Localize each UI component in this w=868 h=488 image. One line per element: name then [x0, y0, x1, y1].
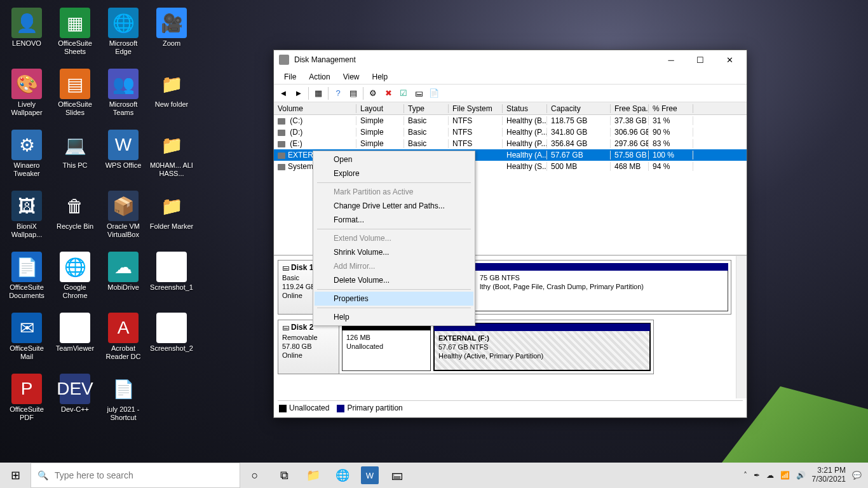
disk-row-disk2[interactable]: 🖴 Disk 2 Removable 57.80 GB Online 126 M…	[278, 320, 654, 374]
col-status[interactable]: Status	[503, 104, 547, 113]
desktop-icon[interactable]: ↔TeamViewer	[51, 310, 99, 371]
titlebar[interactable]: Disk Management ─ ☐ ✕	[274, 50, 747, 69]
toolbar-refresh-icon[interactable]: 📄	[427, 86, 441, 100]
menu-help[interactable]: Help	[366, 71, 395, 83]
start-button[interactable]: ⊞	[0, 463, 31, 488]
forward-button[interactable]: ►	[292, 86, 306, 100]
col-pctfree[interactable]: % Free	[649, 104, 693, 113]
toolbar-drive-icon[interactable]: 🖴	[412, 86, 426, 100]
desktop-icon[interactable]: 🖼Screenshot_2	[147, 310, 196, 371]
search-icon: 🔍	[37, 470, 48, 480]
desktop-icon[interactable]: 🌐Google Chrome	[51, 249, 99, 310]
check-icon[interactable]: ☑	[397, 86, 410, 100]
desktop-icon[interactable]: 📁M0HAM... ALI HASS...	[147, 127, 196, 188]
desktop-icon[interactable]: DEVDev-C++	[51, 371, 99, 432]
desktop-icon[interactable]: ✉OfficeSuite Mail	[3, 310, 51, 371]
col-filesystem[interactable]: File System	[449, 104, 503, 113]
desktop-icon[interactable]: WWPS Office	[99, 127, 147, 188]
icon-label: New folder	[155, 100, 189, 109]
tray-wifi-icon[interactable]: 📶	[780, 471, 790, 480]
tray-chevron-up-icon[interactable]: ˄	[743, 471, 747, 480]
maximize-button[interactable]: ☐	[686, 50, 715, 69]
col-volume[interactable]: Volume	[274, 104, 356, 113]
app-icon: 🖼	[156, 252, 187, 282]
cortana-icon[interactable]: ○	[240, 463, 269, 488]
help-icon[interactable]: ?	[331, 86, 345, 100]
col-layout[interactable]: Layout	[356, 104, 404, 113]
desktop-icon[interactable]: 🖼BioniX Wallpap...	[3, 188, 51, 249]
close-button[interactable]: ✕	[715, 50, 744, 69]
desktop-icon[interactable]: POfficeSuite PDF	[3, 371, 51, 432]
icon-label: BioniX Wallpap...	[4, 222, 50, 239]
context-menu-item[interactable]: Explore	[315, 166, 473, 180]
app-icon: ▦	[60, 8, 90, 38]
context-menu-item[interactable]: Delete Volume...	[315, 273, 473, 287]
desktop-icon[interactable]: 📁New folder	[147, 66, 196, 127]
back-button[interactable]: ◄	[276, 86, 290, 100]
app-icon: 📄	[11, 252, 42, 282]
menu-view[interactable]: View	[337, 71, 366, 83]
desktop-icon[interactable]: 🖼Screenshot_1	[147, 249, 196, 310]
tray-onedrive-icon[interactable]: ☁	[766, 471, 774, 480]
disk2-unallocated[interactable]: 126 MB Unallocated	[342, 323, 431, 371]
desktop-icon[interactable]: 👤LENOVO	[3, 5, 51, 66]
app-icon: ↔	[60, 313, 90, 343]
menu-file[interactable]: File	[278, 71, 302, 83]
desktop-icon[interactable]: 🌐Microsoft Edge	[99, 5, 147, 66]
volume-row[interactable]: (D:)SimpleBasicNTFSHealthy (P...341.80 G…	[274, 126, 747, 138]
taskbar-wps-icon[interactable]: W	[361, 466, 379, 484]
toolbar-list-icon[interactable]: ▤	[346, 86, 360, 100]
drive-icon	[278, 141, 285, 147]
desktop-icon[interactable]: 📦Oracle VM VirtualBox	[99, 188, 147, 249]
desktop-icon[interactable]: ▤OfficeSuite Slides	[51, 66, 99, 127]
minimize-button[interactable]: ─	[656, 50, 686, 69]
volume-row[interactable]: (C:)SimpleBasicNTFSHealthy (B...118.75 G…	[274, 115, 747, 126]
icon-label: TeamViewer	[56, 344, 94, 353]
menu-action[interactable]: Action	[302, 71, 336, 83]
taskbar-explorer-icon[interactable]: 📁	[299, 463, 328, 488]
desktop-icon[interactable]: AAcrobat Reader DC	[99, 310, 147, 371]
taskbar-chrome-icon[interactable]: 🌐	[328, 463, 357, 488]
desktop-icon[interactable]: 🎨Lively Wallpaper	[3, 66, 51, 127]
context-menu-item[interactable]: Help	[315, 310, 473, 324]
legend-swatch-unallocated	[279, 405, 287, 412]
context-menu-item[interactable]: Properties	[315, 292, 473, 306]
desktop-icon[interactable]: 📄july 2021 - Shortcut	[99, 371, 147, 432]
disk-pane-scrollbar[interactable]	[736, 256, 747, 398]
desktop-icon[interactable]: ⚙Winaero Tweaker	[3, 127, 51, 188]
disk2-external-partition[interactable]: EXTERNAL (F:) 57.67 GB NTFS Healthy (Act…	[433, 323, 651, 371]
context-menu-item[interactable]: Format...	[315, 213, 473, 227]
context-menu-item[interactable]: Open	[315, 152, 473, 166]
toolbar-settings-icon[interactable]: ⚙	[366, 86, 380, 100]
tray-volume-icon[interactable]: 🔊	[796, 471, 806, 480]
delete-icon[interactable]: ✖	[381, 86, 395, 100]
app-icon: 🎥	[156, 8, 187, 38]
icon-label: This PC	[62, 161, 87, 170]
volume-row[interactable]: (E:)SimpleBasicNTFSHealthy (P...356.84 G…	[274, 138, 747, 149]
app-icon: 🗑	[60, 191, 90, 221]
desktop-icon[interactable]: 📄OfficeSuite Documents	[3, 249, 51, 310]
taskbar-search[interactable]: 🔍 Type here to search	[31, 463, 240, 488]
drive-icon	[278, 152, 285, 159]
context-menu-item[interactable]: Change Drive Letter and Paths...	[315, 199, 473, 213]
notifications-icon[interactable]: 💬	[852, 471, 862, 480]
toolbar-grid-icon[interactable]: ▦	[311, 86, 325, 100]
col-free[interactable]: Free Spa...	[611, 104, 649, 113]
taskbar-clock[interactable]: 3:21 PM 7/30/2021	[812, 466, 846, 484]
col-capacity[interactable]: Capacity	[547, 104, 611, 113]
desktop-icon[interactable]: ☁MobiDrive	[99, 249, 147, 310]
desktop-icon[interactable]: 📁Folder Marker	[147, 188, 196, 249]
drive-icon: 🖴	[282, 264, 289, 271]
desktop-icon[interactable]: 👥Microsoft Teams	[99, 66, 147, 127]
icon-label: WPS Office	[105, 161, 142, 170]
desktop-icon[interactable]: 🎥Zoom	[147, 5, 196, 66]
col-type[interactable]: Type	[404, 104, 449, 113]
task-view-icon[interactable]: ⧉	[269, 463, 299, 488]
icon-label: OfficeSuite PDF	[4, 405, 50, 422]
desktop-icon[interactable]: 🗑Recycle Bin	[51, 188, 99, 249]
tray-feather-icon[interactable]: ✒	[754, 471, 760, 480]
desktop-icon[interactable]: ▦OfficeSuite Sheets	[51, 5, 99, 66]
taskbar-diskmgmt-icon[interactable]: 🖴	[383, 463, 412, 488]
desktop-icon[interactable]: 💻This PC	[51, 127, 99, 188]
context-menu-item[interactable]: Shrink Volume...	[315, 245, 473, 259]
